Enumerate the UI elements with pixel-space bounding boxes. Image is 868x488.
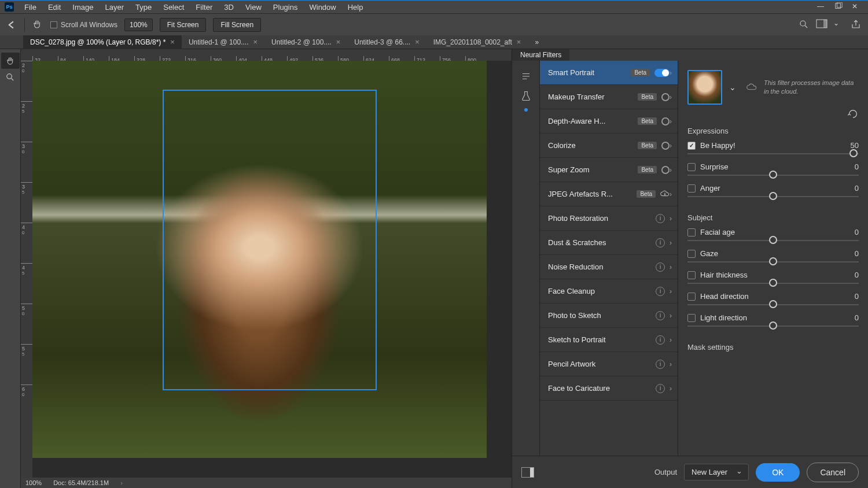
- preview-layout-button[interactable]: [521, 467, 534, 478]
- info-icon[interactable]: i: [656, 238, 665, 247]
- slider-thumb[interactable]: [769, 321, 777, 330]
- filter-smart-portrait[interactable]: Smart PortraitBeta›: [540, 61, 678, 85]
- menu-window[interactable]: Window: [303, 3, 341, 12]
- document-tab[interactable]: Untitled-2 @ 100....×: [264, 35, 347, 49]
- slider-thumb[interactable]: [849, 149, 858, 157]
- info-icon[interactable]: i: [656, 384, 665, 393]
- filter-toggle[interactable]: [661, 166, 670, 174]
- slider-thumb[interactable]: [769, 257, 777, 265]
- menu-layer[interactable]: Layer: [100, 3, 130, 12]
- filter-toggle[interactable]: [661, 117, 670, 125]
- filter-photo-to-sketch[interactable]: Photo to Sketchi›: [540, 304, 678, 328]
- face-thumbnail[interactable]: [687, 70, 722, 105]
- fill-screen-button[interactable]: Fill Screen: [213, 18, 261, 32]
- face-selection-rect[interactable]: [163, 90, 377, 390]
- tab-close-icon[interactable]: ×: [336, 38, 341, 46]
- back-button[interactable]: [6, 19, 17, 31]
- slider-track[interactable]: [687, 175, 859, 176]
- slider-thumb[interactable]: [769, 279, 777, 287]
- info-icon[interactable]: i: [656, 360, 665, 369]
- slider-checkbox[interactable]: [687, 163, 696, 171]
- filter-category-featured[interactable]: [512, 66, 539, 86]
- maximize-button[interactable]: [834, 2, 844, 12]
- slider-checkbox[interactable]: [687, 314, 696, 322]
- fit-screen-button[interactable]: Fit Screen: [160, 18, 207, 32]
- slider-thumb[interactable]: [769, 300, 777, 308]
- slider-checkbox[interactable]: [687, 228, 696, 236]
- document-tab[interactable]: Untitled-1 @ 100....×: [182, 35, 264, 49]
- slider-checkbox[interactable]: [687, 271, 696, 279]
- menu-3d[interactable]: 3D: [218, 3, 240, 12]
- menu-help[interactable]: Help: [342, 3, 369, 12]
- info-icon[interactable]: i: [656, 263, 665, 272]
- document-tab[interactable]: IMG_20201108_0002_aft×: [426, 35, 528, 49]
- menu-plugins[interactable]: Plugins: [267, 3, 304, 12]
- menu-file[interactable]: File: [19, 3, 42, 12]
- slider-track[interactable]: [687, 153, 859, 154]
- filter-depth-aware-h-[interactable]: Depth-Aware H...Beta›: [540, 109, 678, 134]
- info-icon[interactable]: i: [656, 335, 665, 345]
- hand-tool[interactable]: [1, 53, 20, 69]
- filter-photo-restoration[interactable]: Photo Restorationi›: [540, 206, 678, 231]
- slider-checkbox[interactable]: [687, 184, 696, 193]
- filter-jpeg-artefacts-r-[interactable]: JPEG Artefacts R...Beta›: [540, 182, 678, 206]
- filter-toggle[interactable]: [661, 93, 670, 101]
- menu-filter[interactable]: Filter: [190, 3, 218, 12]
- cancel-button[interactable]: Cancel: [807, 463, 859, 482]
- menu-select[interactable]: Select: [157, 3, 190, 12]
- slider-thumb[interactable]: [769, 171, 777, 179]
- filter-face-cleanup[interactable]: Face Cleanupi›: [540, 279, 678, 304]
- slider-track[interactable]: [687, 283, 859, 284]
- tab-close-icon[interactable]: ×: [170, 38, 175, 46]
- layout-icon[interactable]: [816, 19, 827, 31]
- slider-checkbox[interactable]: [687, 250, 696, 258]
- menu-view[interactable]: View: [240, 3, 267, 12]
- share-icon[interactable]: [851, 19, 862, 31]
- zoom-select[interactable]: 100%: [124, 19, 153, 31]
- menu-edit[interactable]: Edit: [42, 3, 67, 12]
- filter-noise-reduction[interactable]: Noise Reductioni›: [540, 255, 678, 279]
- face-select-dropdown[interactable]: ⌄: [729, 83, 736, 92]
- filter-sketch-to-portrait[interactable]: Sketch to Portraiti›: [540, 328, 678, 352]
- close-button[interactable]: ✕: [852, 2, 861, 12]
- slider-track[interactable]: [687, 261, 859, 263]
- zoom-tool[interactable]: [1, 69, 20, 85]
- filter-super-zoom[interactable]: Super ZoomBeta›: [540, 158, 678, 182]
- document-tab[interactable]: DSC_0278.jpg @ 100% (Layer 0, RGB/8*) *×: [23, 35, 182, 49]
- canvas[interactable]: [32, 61, 512, 478]
- minimize-button[interactable]: —: [817, 2, 826, 12]
- filter-pencil-artwork[interactable]: Pencil Artworki›: [540, 352, 678, 376]
- scroll-all-checkbox[interactable]: Scroll All Windows: [50, 21, 117, 29]
- slider-track[interactable]: [687, 240, 859, 241]
- download-icon[interactable]: [660, 190, 670, 199]
- output-select[interactable]: New Layer: [684, 464, 749, 480]
- filter-toggle[interactable]: [661, 142, 670, 150]
- ok-button[interactable]: OK: [756, 463, 800, 482]
- slider-thumb[interactable]: [769, 192, 777, 200]
- filter-colorize[interactable]: ColorizeBeta›: [540, 134, 678, 158]
- filter-category-beta[interactable]: [512, 86, 539, 106]
- filter-face-to-caricature[interactable]: Face to Caricaturei›: [540, 376, 678, 401]
- filter-makeup-transfer[interactable]: Makeup TransferBeta›: [540, 85, 678, 109]
- search-icon[interactable]: [799, 19, 810, 31]
- document-tab[interactable]: Untitled-3 @ 66....×: [347, 35, 426, 49]
- slider-track[interactable]: [687, 326, 859, 327]
- chevron-down-icon[interactable]: ⌄: [833, 19, 845, 31]
- info-icon[interactable]: i: [656, 214, 665, 223]
- reset-button[interactable]: [847, 109, 859, 119]
- slider-checkbox[interactable]: [687, 293, 696, 301]
- slider-track[interactable]: [687, 196, 859, 197]
- menu-image[interactable]: Image: [67, 3, 99, 12]
- info-icon[interactable]: i: [656, 311, 665, 320]
- filter-dust-scratches[interactable]: Dust & Scratchesi›: [540, 231, 678, 255]
- slider-thumb[interactable]: [769, 236, 777, 244]
- slider-track[interactable]: [687, 304, 859, 305]
- menu-type[interactable]: Type: [130, 3, 157, 12]
- tab-close-icon[interactable]: ×: [415, 38, 420, 46]
- tab-close-icon[interactable]: ×: [517, 38, 521, 46]
- filter-toggle[interactable]: [654, 69, 670, 77]
- info-icon[interactable]: i: [656, 287, 665, 296]
- panel-title[interactable]: Neural Filters: [512, 49, 569, 61]
- hand-tool-icon[interactable]: [32, 19, 43, 31]
- slider-checkbox[interactable]: [687, 142, 696, 150]
